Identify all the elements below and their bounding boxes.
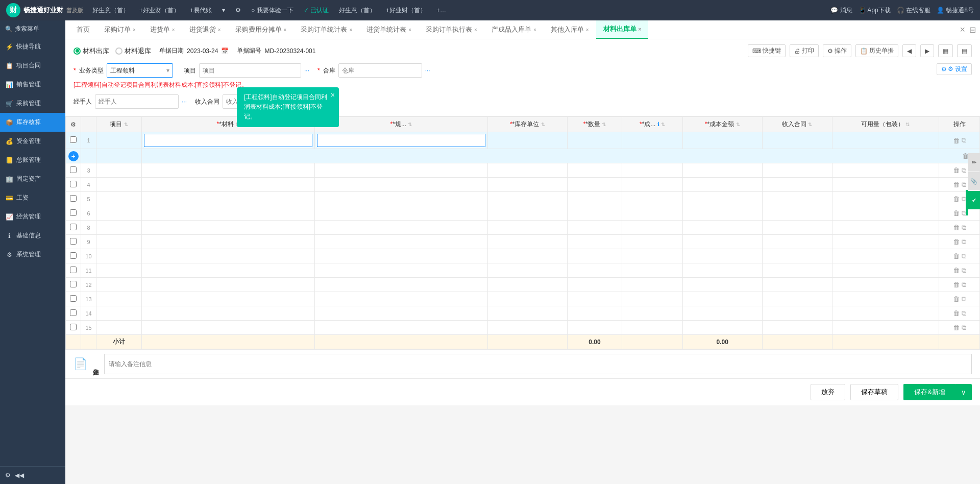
cell-quantity[interactable] (567, 132, 622, 149)
row-checkbox[interactable] (66, 221, 81, 235)
list-view-btn[interactable]: ▤ (957, 44, 972, 57)
tab-other-in[interactable]: 其他入库单 × (544, 21, 596, 38)
nav-trial[interactable]: ○ 我要体验一下 (247, 4, 298, 17)
sidebar-item-ledger[interactable]: 📒 总账管理 (0, 151, 65, 170)
more-tabs-icon[interactable]: ⊟ (969, 25, 976, 35)
row-checkbox[interactable] (66, 321, 81, 335)
delete-icon[interactable]: 🗑 (953, 252, 960, 260)
close-tab-icon[interactable]: × (349, 27, 352, 33)
sidebar-item-system[interactable]: ⚙ 系统管理 (0, 245, 65, 264)
tooltip-close-btn[interactable]: × (331, 89, 335, 101)
cell-income-contract[interactable] (762, 132, 832, 149)
next-record-btn[interactable]: ▶ (920, 44, 934, 57)
cell-spec[interactable] (314, 132, 487, 149)
row-checkbox[interactable] (66, 132, 81, 149)
close-all-tabs-icon[interactable]: × (960, 25, 965, 35)
app-download-btn[interactable]: 📱 App下载 (859, 6, 891, 15)
delete-icon[interactable]: 🗑 (953, 209, 960, 217)
tab-product-in[interactable]: 产成品入库单 × (484, 21, 544, 38)
row-checkbox[interactable] (66, 249, 81, 263)
copy-icon[interactable]: ⧉ (962, 166, 966, 175)
row-checkbox[interactable] (66, 306, 81, 321)
tab-purchase-expense[interactable]: 采购费用分摊单 × (228, 21, 294, 38)
delete-icon[interactable]: 🗑 (953, 267, 960, 274)
save-new-btn[interactable]: 保存&新增 (903, 384, 955, 400)
notes-input[interactable] (104, 354, 972, 374)
sidebar-item-purchase[interactable]: 🛒 采购管理 (0, 94, 65, 113)
add-row-btn[interactable]: + (68, 151, 79, 161)
close-tab-icon[interactable]: × (533, 27, 536, 33)
row-checkbox[interactable] (66, 263, 81, 278)
copy-icon[interactable]: ⧉ (962, 267, 966, 275)
copy-icon[interactable]: ⧉ (962, 295, 966, 303)
tab-purchase-stat[interactable]: 采购订单统计表 × (293, 21, 359, 38)
copy-icon[interactable]: ⧉ (962, 238, 966, 246)
close-tab-icon[interactable]: × (284, 27, 287, 33)
material-input[interactable] (144, 134, 312, 147)
radio-material-out[interactable]: 材料出库 (74, 46, 109, 56)
nav-haoyecai2[interactable]: +好业财（首） (382, 4, 430, 17)
close-tab-icon[interactable]: × (639, 27, 642, 32)
user-avatar[interactable]: 👤 畅捷通8号 (937, 6, 974, 15)
tab-purchase-order[interactable]: 采购订单 × (97, 21, 143, 38)
column-settings-btn[interactable]: ⚙ ⚙ 设置 (937, 63, 972, 75)
sidebar-item-salary[interactable]: 💳 工资 (0, 188, 65, 207)
prev-record-btn[interactable]: ◀ (902, 44, 916, 57)
close-tab-icon[interactable]: × (133, 27, 136, 33)
copy-icon[interactable]: ⧉ (962, 224, 966, 232)
nav-more-dropdown[interactable]: ▾ (218, 5, 229, 16)
copy-row-icon[interactable]: ⧉ (962, 136, 966, 144)
sidebar-item-basic-info[interactable]: ℹ 基础信息 (0, 226, 65, 245)
cell-item[interactable] (96, 132, 142, 149)
delete-icon[interactable]: 🗑 (953, 309, 960, 317)
grid-view-btn[interactable]: ▦ (938, 44, 953, 57)
sidebar-item-sales[interactable]: 📊 销售管理 (0, 75, 65, 94)
delete-icon[interactable]: 🗑 (953, 324, 960, 331)
handler-input[interactable] (95, 94, 179, 109)
copy-icon[interactable]: ⧉ (962, 181, 966, 189)
add-row-col3[interactable] (96, 149, 142, 163)
nav-haoyecai[interactable]: +好业财（首） (135, 4, 184, 17)
operations-btn[interactable]: ⚙ 操作 (823, 44, 851, 57)
delete-icon[interactable]: 🗑 (953, 195, 960, 203)
tab-material-out[interactable]: 材料出库单 × (596, 20, 649, 39)
close-tab-icon[interactable]: × (408, 27, 411, 33)
add-row-col2[interactable] (81, 149, 96, 163)
project-input[interactable] (199, 63, 301, 78)
discard-btn[interactable]: 放弃 (811, 384, 845, 400)
row-checkbox[interactable] (66, 206, 81, 221)
cell-cost-amount[interactable] (682, 132, 762, 149)
right-icon-1[interactable]: ✏ (968, 153, 980, 172)
row-checkbox[interactable] (66, 235, 81, 249)
nav-more2[interactable]: +… (432, 5, 450, 16)
row-checkbox[interactable] (66, 178, 81, 192)
message-btn[interactable]: 💬 消息 (830, 6, 852, 15)
copy-icon[interactable]: ⧉ (962, 281, 966, 289)
row-checkbox[interactable] (66, 278, 81, 292)
project-link-icon[interactable]: ··· (304, 67, 309, 74)
sidebar-item-quick-nav[interactable]: ⚡ 快捷导航 (0, 37, 65, 56)
delete-icon[interactable]: 🗑 (953, 166, 960, 174)
row-checkbox[interactable] (66, 163, 81, 178)
save-draft-btn[interactable]: 保存草稿 (850, 384, 898, 400)
close-tab-icon[interactable]: × (586, 27, 589, 33)
warehouse-input[interactable] (338, 63, 422, 78)
sidebar-item-project[interactable]: 📋 项目合同 (0, 56, 65, 75)
spec-input[interactable] (317, 134, 485, 147)
nav-haoshengyi[interactable]: 好生意（首） (88, 4, 133, 17)
delete-icon[interactable]: 🗑 (953, 295, 960, 303)
copy-icon[interactable]: ⧉ (962, 324, 966, 332)
tab-receive-stat[interactable]: 进货单统计表 × (359, 21, 419, 38)
delete-icon[interactable]: 🗑 (953, 224, 960, 231)
tab-purchase-return[interactable]: 进货退货 × (182, 21, 228, 38)
close-tab-icon[interactable]: × (218, 27, 221, 33)
business-type-select[interactable]: 工程领料 ▾ (107, 63, 173, 78)
close-tab-icon[interactable]: × (474, 27, 477, 33)
sidebar-item-fixed-assets[interactable]: 🏢 固定资产 (0, 170, 65, 188)
cell-stock-unit[interactable] (487, 132, 567, 149)
tab-home[interactable]: 首页 (69, 21, 97, 38)
sidebar-search[interactable]: 🔍 搜索菜单 (0, 20, 65, 37)
sidebar-item-inventory[interactable]: 📦 库存核算 (0, 113, 65, 132)
sidebar-item-capital[interactable]: 💰 资金管理 (0, 132, 65, 151)
delete-icon[interactable]: 🗑 (953, 181, 960, 188)
